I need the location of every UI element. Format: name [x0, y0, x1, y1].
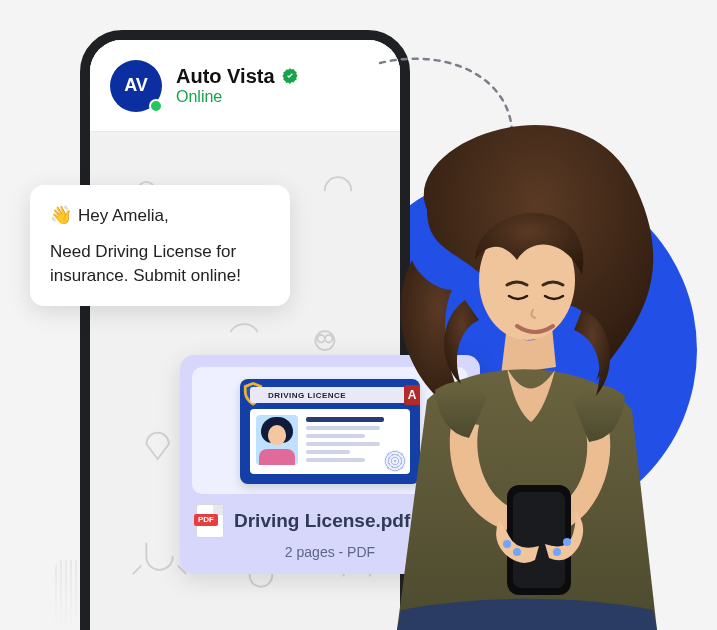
verified-badge-icon	[281, 67, 299, 85]
license-title: DRIVING LICENCE	[268, 391, 346, 400]
svg-point-7	[553, 548, 561, 556]
wave-icon: 👋	[50, 203, 72, 228]
avatar[interactable]: AV	[110, 60, 162, 112]
license-badge: A	[404, 385, 420, 405]
presence-dot-icon	[149, 99, 163, 113]
fingerprint-icon	[384, 450, 406, 472]
file-card[interactable]: DRIVING LICENCE A PDF	[180, 355, 480, 574]
svg-point-6	[563, 538, 571, 546]
file-name: Driving License.pdf	[234, 510, 410, 532]
chat-status: Online	[176, 88, 299, 106]
svg-point-4	[503, 540, 511, 548]
file-meta: 2 pages - PDF	[192, 544, 468, 562]
svg-point-5	[513, 548, 521, 556]
license-card-illustration: DRIVING LICENCE A	[240, 379, 420, 484]
chat-name: Auto Vista	[176, 65, 275, 88]
chat-line-2: Need Driving License for insurance. Subm…	[50, 240, 270, 288]
chat-header: AV Auto Vista Online	[90, 40, 400, 132]
pdf-icon: PDF	[196, 504, 224, 538]
chat-line-1: Hey Amelia,	[78, 204, 169, 228]
avatar-initials: AV	[124, 75, 148, 96]
chat-bubble[interactable]: 👋 Hey Amelia, Need Driving License for i…	[30, 185, 290, 306]
file-preview: DRIVING LICENCE A	[192, 367, 468, 494]
pdf-tag: PDF	[194, 514, 218, 526]
license-photo-icon	[256, 415, 298, 465]
